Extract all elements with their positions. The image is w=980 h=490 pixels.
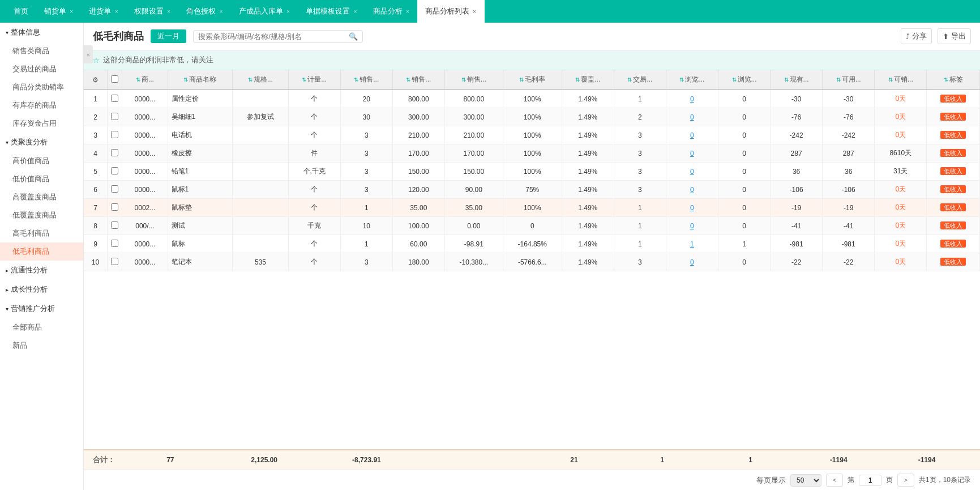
- sidebar-group-overall[interactable]: ▾ 整体信息: [0, 23, 83, 42]
- row-no: 10: [84, 253, 108, 271]
- sidebar-item-low-coverage[interactable]: 低覆盖度商品: [0, 206, 83, 224]
- checkbox-header[interactable]: [108, 70, 122, 90]
- next-page-button[interactable]: ＞: [897, 474, 914, 487]
- row-checkbox[interactable]: [111, 185, 118, 193]
- row-checkbox-cell[interactable]: [108, 253, 122, 271]
- row-checkbox-cell[interactable]: [108, 163, 122, 181]
- sidebar-item-all-products[interactable]: 全部商品: [0, 318, 83, 336]
- row-checkbox[interactable]: [111, 240, 118, 247]
- sidebar-item-in-stock[interactable]: 有库存的商品: [0, 96, 83, 114]
- row-view1[interactable]: 0: [666, 163, 718, 181]
- row-checkbox[interactable]: [111, 203, 118, 211]
- row-view1[interactable]: 0: [666, 253, 718, 271]
- row-transaction: 3: [614, 126, 666, 144]
- row-code: 0000...: [122, 235, 168, 253]
- nav-sales[interactable]: 销货单 ×: [36, 0, 81, 23]
- sort-icon[interactable]: ⇅: [354, 76, 358, 83]
- row-view1[interactable]: 0: [666, 90, 718, 108]
- sidebar-item-low-value[interactable]: 低价值商品: [0, 170, 83, 188]
- row-checkbox[interactable]: [111, 113, 118, 120]
- sort-icon[interactable]: ⇅: [248, 76, 253, 83]
- sidebar-group-circulation[interactable]: ▸ 流通性分析: [0, 261, 83, 280]
- sort-icon[interactable]: ⇅: [679, 76, 684, 83]
- row-view1[interactable]: 0: [666, 217, 718, 235]
- sidebar-item-low-margin[interactable]: 低毛利商品: [0, 242, 83, 261]
- nav-product-analysis[interactable]: 商品分析 ×: [365, 0, 417, 23]
- row-checkbox-cell[interactable]: [108, 181, 122, 199]
- sort-icon[interactable]: ⇅: [519, 76, 524, 83]
- share-button[interactable]: ⤴ 分享: [901, 28, 932, 44]
- sidebar-item-high-value[interactable]: 高价值商品: [0, 152, 83, 170]
- row-checkbox-cell[interactable]: [108, 199, 122, 217]
- nav-close-icon-active[interactable]: ×: [473, 8, 476, 15]
- row-view1[interactable]: 1: [666, 235, 718, 253]
- prev-page-button[interactable]: ＜: [826, 474, 843, 487]
- search-input[interactable]: [198, 32, 349, 41]
- nav-purchase[interactable]: 进货单 ×: [81, 0, 126, 23]
- nav-home[interactable]: 首页: [6, 0, 36, 23]
- row-checkbox-cell[interactable]: [108, 235, 122, 253]
- row-checkbox[interactable]: [111, 167, 118, 174]
- search-icon[interactable]: 🔍: [349, 32, 358, 41]
- sidebar-item-traded-products[interactable]: 交易过的商品: [0, 60, 83, 78]
- row-checkbox[interactable]: [111, 131, 118, 138]
- sort-icon[interactable]: ⇅: [406, 76, 410, 83]
- row-checkbox-cell[interactable]: [108, 108, 122, 126]
- row-checkbox-cell[interactable]: [108, 144, 122, 163]
- sort-icon[interactable]: ⇅: [183, 76, 188, 83]
- row-coverage: 1.49%: [562, 163, 614, 181]
- sort-icon[interactable]: ⇅: [302, 76, 306, 83]
- sidebar-collapse-button[interactable]: «: [84, 45, 93, 63]
- row-sale-qty: 10: [340, 217, 392, 235]
- sort-icon[interactable]: ⇅: [461, 76, 466, 83]
- row-checkbox-cell[interactable]: [108, 217, 122, 235]
- row-checkbox[interactable]: [111, 149, 118, 156]
- sidebar-group-growth[interactable]: ▸ 成长性分析: [0, 280, 83, 299]
- nav-close-icon[interactable]: ×: [70, 8, 73, 15]
- row-view1[interactable]: 0: [666, 126, 718, 144]
- row-checkbox[interactable]: [111, 258, 118, 265]
- nav-permission[interactable]: 权限设置 ×: [126, 0, 178, 23]
- sidebar-item-high-margin[interactable]: 高毛利商品: [0, 224, 83, 242]
- row-view1[interactable]: 0: [666, 108, 718, 126]
- settings-header[interactable]: ⚙: [84, 70, 108, 90]
- nav-product-warehouse[interactable]: 产成品入库单 ×: [231, 0, 298, 23]
- sort-icon[interactable]: ⇅: [944, 76, 948, 83]
- row-view1[interactable]: 0: [666, 199, 718, 217]
- row-checkbox-cell[interactable]: [108, 90, 122, 108]
- nav-close-icon[interactable]: ×: [114, 8, 118, 15]
- per-page-select[interactable]: 50 100: [790, 474, 821, 487]
- sidebar-item-high-coverage[interactable]: 高覆盖度商品: [0, 188, 83, 206]
- nav-close-icon[interactable]: ×: [286, 8, 290, 15]
- nav-role[interactable]: 角色授权 ×: [178, 0, 230, 23]
- sort-icon[interactable]: ⇅: [888, 76, 893, 83]
- row-tag: 低收入: [927, 253, 980, 271]
- nav-product-analysis-list[interactable]: 商品分析列表 ×: [417, 0, 484, 23]
- page-input[interactable]: [859, 475, 881, 486]
- row-checkbox[interactable]: [111, 95, 118, 102]
- row-checkbox-cell[interactable]: [108, 126, 122, 144]
- nav-template[interactable]: 单据模板设置 ×: [298, 0, 365, 23]
- nav-close-icon[interactable]: ×: [167, 8, 170, 15]
- row-view1[interactable]: 0: [666, 144, 718, 163]
- sidebar-item-new-products[interactable]: 新品: [0, 336, 83, 355]
- nav-close-icon[interactable]: ×: [219, 8, 222, 15]
- sidebar-group-cluster[interactable]: ▾ 类聚度分析: [0, 133, 83, 152]
- row-view1[interactable]: 0: [666, 181, 718, 199]
- sort-icon[interactable]: ⇅: [836, 76, 841, 83]
- sort-icon[interactable]: ⇅: [732, 76, 737, 83]
- sidebar-item-sales-products[interactable]: 销售类商品: [0, 42, 83, 60]
- sort-icon[interactable]: ⇅: [575, 76, 580, 83]
- sidebar-group-marketing[interactable]: ▾ 营销推广分析: [0, 299, 83, 318]
- export-button[interactable]: ⬆ 导出: [938, 28, 971, 44]
- select-all-checkbox[interactable]: [111, 75, 118, 83]
- sidebar-item-inventory-fund[interactable]: 库存资金占用: [0, 114, 83, 133]
- sidebar-item-category-sales-rate[interactable]: 商品分类助销率: [0, 78, 83, 96]
- sort-icon[interactable]: ⇅: [136, 76, 140, 83]
- nav-close-icon[interactable]: ×: [406, 8, 409, 15]
- date-filter-button[interactable]: 近一月: [151, 29, 186, 43]
- sort-icon[interactable]: ⇅: [627, 76, 632, 83]
- nav-close-icon[interactable]: ×: [353, 8, 357, 15]
- row-checkbox[interactable]: [111, 221, 118, 229]
- sort-icon[interactable]: ⇅: [784, 76, 789, 83]
